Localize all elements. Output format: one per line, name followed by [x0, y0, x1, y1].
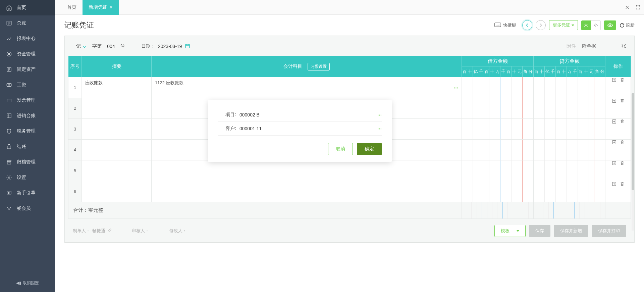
habit-settings-button[interactable]: 习惯设置 [308, 63, 330, 70]
preview-button[interactable] [604, 20, 616, 30]
customer-input[interactable]: 000001 11 [239, 125, 377, 132]
shortcut-button[interactable]: 快捷键 [494, 22, 516, 28]
modifier-group: 修改人： [169, 228, 187, 234]
prev-voucher-button[interactable] [522, 20, 532, 30]
maker-group: 制单人： 畅捷通 [73, 228, 112, 234]
size-small-button[interactable]: 小 [591, 20, 601, 30]
sidebar-item-fund[interactable]: 资金管理 [0, 46, 55, 62]
debit-cell[interactable] [462, 160, 534, 181]
delete-row-icon[interactable] [620, 119, 625, 124]
ellipsis-icon[interactable]: ⋯ [377, 126, 382, 131]
row-seq: 4 [68, 140, 82, 160]
svg-rect-9 [7, 161, 11, 164]
add-row-icon[interactable] [611, 140, 617, 145]
size-large-button[interactable]: 大 [581, 20, 591, 30]
add-row-icon[interactable] [611, 181, 617, 187]
ellipsis-icon[interactable]: ⋯ [454, 85, 458, 90]
more-voucher-button[interactable]: 更多凭证 [549, 20, 578, 30]
delete-row-icon[interactable] [620, 77, 625, 83]
voucher-meta: 记 字第 号 日期： 2023-03-19 附件 附单据 [68, 41, 631, 56]
voucher-number-input[interactable] [104, 44, 118, 49]
edit-icon[interactable] [107, 228, 112, 234]
subject-cell[interactable] [152, 160, 462, 181]
sidebar-item-closing[interactable]: 结账 [0, 139, 55, 154]
sidebar-item-asset[interactable]: 固定资产 [0, 62, 55, 77]
date-label: 日期： [141, 43, 155, 49]
op-cell [605, 181, 631, 202]
project-input[interactable]: 000002 B [239, 111, 377, 118]
sidebar-item-salary[interactable]: 工资 [0, 77, 55, 93]
popup-cancel-button[interactable]: 取消 [328, 143, 353, 155]
size-toggle: 大 小 [581, 20, 601, 30]
sidebar-item-label: 总账 [17, 20, 26, 26]
col-seq: 序号 [68, 56, 82, 77]
close-icon[interactable]: ✕ [109, 5, 113, 10]
summary-cell[interactable] [82, 140, 152, 160]
delete-row-icon[interactable] [620, 181, 625, 187]
credit-cell[interactable] [534, 181, 605, 202]
op-cell [605, 140, 631, 160]
save-and-print-button[interactable]: 保存并打印 [592, 225, 626, 237]
credit-cell[interactable] [534, 140, 605, 160]
summary-cell[interactable] [82, 181, 152, 202]
window-close-icon[interactable] [625, 5, 630, 10]
tab-home[interactable]: 首页 [61, 0, 83, 15]
sidebar-item-vip[interactable]: 畅会员 [0, 201, 55, 216]
sidebar-item-settings[interactable]: 设置 [0, 170, 55, 185]
shortcut-label: 快捷键 [503, 22, 516, 28]
voucher-type-select[interactable]: 记 [73, 43, 90, 50]
debit-cell[interactable] [462, 181, 534, 202]
debit-cell[interactable] [462, 119, 534, 140]
credit-cell[interactable] [534, 77, 605, 98]
attachment-button[interactable]: 附件 [567, 43, 576, 49]
sidebar-pin-toggle[interactable]: ◀▮取消固定 [0, 278, 55, 289]
add-row-icon[interactable] [611, 160, 617, 166]
credit-cell[interactable] [534, 160, 605, 181]
popup-project-row: 项目: 000002 B ⋯ [218, 108, 382, 122]
debit-cell[interactable] [462, 140, 534, 160]
template-button[interactable]: 模板 [494, 225, 526, 237]
sidebar-item-archive[interactable]: 归档管理 [0, 154, 55, 170]
archive-icon [6, 159, 12, 165]
scrollbar-thumb[interactable] [632, 93, 634, 190]
credit-cell[interactable] [534, 119, 605, 140]
delete-row-icon[interactable] [620, 140, 625, 145]
sidebar-item-home[interactable]: 首页 [0, 0, 55, 15]
debit-cell[interactable] [462, 77, 534, 98]
add-row-icon[interactable] [611, 98, 617, 103]
save-button[interactable]: 保存 [529, 225, 550, 237]
sheet-count-input[interactable] [602, 44, 615, 49]
summary-cell[interactable] [82, 160, 152, 181]
refresh-button[interactable]: 刷新 [620, 22, 635, 28]
sidebar-item-inventory[interactable]: 进销台账 [0, 108, 55, 124]
sidebar-item-report[interactable]: 报表中心 [0, 31, 55, 46]
summary-cell[interactable]: 应收账款 [82, 77, 152, 98]
ellipsis-icon[interactable]: ⋯ [377, 112, 382, 117]
subject-cell[interactable] [152, 181, 462, 202]
svg-rect-7 [7, 146, 11, 149]
debit-cell[interactable] [462, 98, 534, 119]
delete-row-icon[interactable] [620, 98, 625, 103]
lock-icon [6, 144, 12, 150]
add-row-icon[interactable] [611, 119, 617, 124]
col-credit: 贷方金额 百十亿千百十万千百十元角分 [534, 56, 605, 77]
save-and-new-button[interactable]: 保存并新增 [554, 225, 588, 237]
summary-cell[interactable] [82, 119, 152, 140]
sidebar-item-ledger[interactable]: 总账 [0, 15, 55, 31]
sidebar-item-guide[interactable]: 新手引导 [0, 185, 55, 201]
calendar-icon[interactable] [185, 43, 190, 50]
add-row-icon[interactable] [611, 77, 617, 83]
summary-cell[interactable] [82, 98, 152, 119]
window-fullscreen-icon[interactable] [635, 5, 641, 10]
sidebar-item-invoice[interactable]: 发票管理 [0, 93, 55, 108]
sidebar-item-tax[interactable]: 税务管理 [0, 124, 55, 139]
subject-cell[interactable]: 1122 应收账款⋯ [152, 77, 462, 98]
tab-new-voucher[interactable]: 新增凭证 ✕ [83, 0, 119, 15]
credit-cell[interactable] [534, 98, 605, 119]
next-voucher-button[interactable] [536, 20, 546, 30]
popup-ok-button[interactable]: 确定 [357, 143, 382, 155]
delete-row-icon[interactable] [620, 160, 625, 166]
date-value[interactable]: 2023-03-19 [158, 44, 182, 49]
scrollbar[interactable] [632, 93, 634, 231]
vip-icon [6, 205, 12, 211]
